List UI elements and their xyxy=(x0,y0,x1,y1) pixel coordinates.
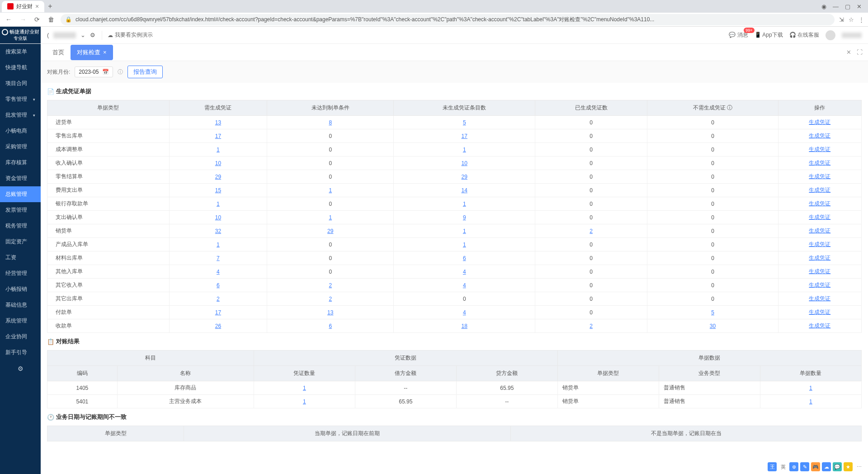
generate-voucher-link[interactable]: 生成凭证 xyxy=(809,200,830,207)
generate-voucher-link[interactable]: 生成凭证 xyxy=(809,255,830,261)
sidebar-settings-icon[interactable]: ⚙ xyxy=(0,360,41,377)
generate-voucher-link[interactable]: 生成凭证 xyxy=(809,173,830,180)
count-link[interactable]: 1 xyxy=(217,147,220,153)
delete-icon[interactable]: 🗑 xyxy=(46,15,56,24)
count-link[interactable]: 1 xyxy=(303,398,306,405)
messages-link[interactable]: 💬 消息 99+ xyxy=(729,31,748,39)
generate-voucher-link[interactable]: 生成凭证 xyxy=(809,187,830,193)
sidebar-item[interactable]: 采购管理 xyxy=(0,139,41,155)
count-link[interactable]: 1 xyxy=(463,147,466,153)
count-link[interactable]: 29 xyxy=(462,174,467,180)
dock-input-icon[interactable]: 王 xyxy=(768,462,777,471)
service-link[interactable]: 🎧 在线客服 xyxy=(789,31,819,39)
gear-icon[interactable]: ⚙ xyxy=(90,32,95,38)
sidebar-item[interactable]: 资金管理 xyxy=(0,171,41,186)
org-selector[interactable]: ( ⌄ ⚙ xyxy=(41,32,102,38)
sidebar-item[interactable]: 总账管理 xyxy=(0,186,41,202)
count-link[interactable]: 2 xyxy=(217,296,220,302)
generate-voucher-link[interactable]: 生成凭证 xyxy=(809,228,830,234)
url-input[interactable]: 🔒 cloud.chanjet.com/cc/u6d89qwnryel/57bf… xyxy=(61,14,835,25)
sidebar-item[interactable]: 搜索菜单 xyxy=(0,44,41,60)
dock-chat-icon[interactable]: 💬 xyxy=(833,462,842,471)
generate-voucher-link[interactable]: 生成凭证 xyxy=(809,160,830,166)
dock-cloud-icon[interactable]: ☁ xyxy=(822,462,831,471)
sidebar-item[interactable]: 固定资产 xyxy=(0,234,41,250)
sidebar-item[interactable]: 基础信息 xyxy=(0,297,41,313)
sidebar-item[interactable]: 快捷导航 xyxy=(0,60,41,76)
app-download-link[interactable]: 📱 App下载 xyxy=(755,31,783,39)
count-link[interactable]: 13 xyxy=(215,119,221,126)
count-link[interactable]: 2 xyxy=(590,323,593,329)
count-link[interactable]: 9 xyxy=(463,214,466,221)
generate-voucher-link[interactable]: 生成凭证 xyxy=(809,295,830,302)
browser-tab[interactable]: 好业财 × xyxy=(2,1,44,12)
sidebar-item[interactable]: 库存核算 xyxy=(0,155,41,171)
count-link[interactable]: 10 xyxy=(462,160,467,166)
star-icon[interactable]: ☆ xyxy=(849,16,854,23)
count-link[interactable]: 1 xyxy=(217,242,220,248)
dock-lang-icon[interactable]: 英 xyxy=(778,462,788,471)
count-link[interactable]: 18 xyxy=(462,323,467,329)
count-link[interactable]: 10 xyxy=(215,214,221,221)
count-link[interactable]: 1 xyxy=(303,385,306,391)
sidebar-item[interactable]: 工资 xyxy=(0,250,41,265)
close-window-icon[interactable]: ✕ xyxy=(857,3,862,10)
count-link[interactable]: 1 xyxy=(809,385,812,391)
sidebar-item[interactable]: 经营管理 xyxy=(0,265,41,281)
count-link[interactable]: 1 xyxy=(463,242,466,248)
count-link[interactable]: 6 xyxy=(463,255,466,261)
sidebar-item[interactable]: 系统管理 xyxy=(0,313,41,329)
install-icon[interactable]: ⇲ xyxy=(839,16,844,23)
count-link[interactable]: 14 xyxy=(462,187,467,194)
count-link[interactable]: 5 xyxy=(463,119,466,126)
sidebar-item[interactable]: 项目合同 xyxy=(0,76,41,91)
count-link[interactable]: 32 xyxy=(215,228,221,234)
generate-voucher-link[interactable]: 生成凭证 xyxy=(809,241,830,247)
menu-icon[interactable]: ⋮ xyxy=(859,16,864,23)
count-link[interactable]: 29 xyxy=(215,174,221,180)
count-link[interactable]: 4 xyxy=(463,309,466,316)
forward-icon[interactable]: → xyxy=(18,15,28,24)
sidebar-item[interactable]: 税务管理 xyxy=(0,218,41,234)
close-icon[interactable]: × xyxy=(103,49,107,56)
generate-voucher-link[interactable]: 生成凭证 xyxy=(809,309,830,315)
tab-close-icon[interactable]: × xyxy=(35,3,39,10)
count-link[interactable]: 6 xyxy=(217,282,220,289)
generate-voucher-link[interactable]: 生成凭证 xyxy=(809,146,830,152)
count-link[interactable]: 4 xyxy=(463,282,466,289)
dock-user-icon[interactable]: ★ xyxy=(844,462,853,471)
generate-voucher-link[interactable]: 生成凭证 xyxy=(809,268,830,275)
count-link[interactable]: 8 xyxy=(329,119,332,126)
count-link[interactable]: 17 xyxy=(462,133,467,139)
count-link[interactable]: 1 xyxy=(329,187,332,194)
count-link[interactable]: 4 xyxy=(217,269,220,275)
count-link[interactable]: 15 xyxy=(215,187,221,194)
generate-voucher-link[interactable]: 生成凭证 xyxy=(809,214,830,220)
query-button[interactable]: 报告查询 xyxy=(127,66,163,78)
count-link[interactable]: 13 xyxy=(327,309,333,316)
date-input[interactable]: 2023-05 📅 xyxy=(75,66,113,77)
count-link[interactable]: 29 xyxy=(327,228,333,234)
dock-calendar-icon[interactable]: ⊕ xyxy=(789,462,798,471)
close-tabs-icon[interactable]: ✕ xyxy=(846,49,851,56)
count-link[interactable]: 1 xyxy=(329,214,332,221)
sidebar-item[interactable]: 批发管理▾ xyxy=(0,107,41,123)
count-link[interactable]: 2 xyxy=(329,296,332,302)
generate-voucher-link[interactable]: 生成凭证 xyxy=(809,119,830,125)
generate-voucher-link[interactable]: 生成凭证 xyxy=(809,282,830,288)
sidebar-item[interactable]: 发票管理 xyxy=(0,202,41,218)
reload-icon[interactable]: ⟳ xyxy=(33,15,42,24)
generate-voucher-link[interactable]: 生成凭证 xyxy=(809,322,830,329)
count-link[interactable]: 17 xyxy=(215,133,221,139)
count-link[interactable]: 30 xyxy=(710,323,716,329)
count-link[interactable]: 1 xyxy=(809,398,812,405)
count-link[interactable]: 26 xyxy=(215,323,221,329)
count-link[interactable]: 2 xyxy=(329,282,332,289)
avatar[interactable] xyxy=(826,30,835,40)
count-link[interactable]: 17 xyxy=(215,309,221,316)
count-link[interactable]: 1 xyxy=(463,228,466,234)
tab-check-account[interactable]: 对账检查 × xyxy=(71,45,113,60)
minimize-icon[interactable]: — xyxy=(833,3,839,10)
count-link[interactable]: 2 xyxy=(590,228,593,234)
sidebar-item[interactable]: 新手引导 xyxy=(0,345,41,360)
